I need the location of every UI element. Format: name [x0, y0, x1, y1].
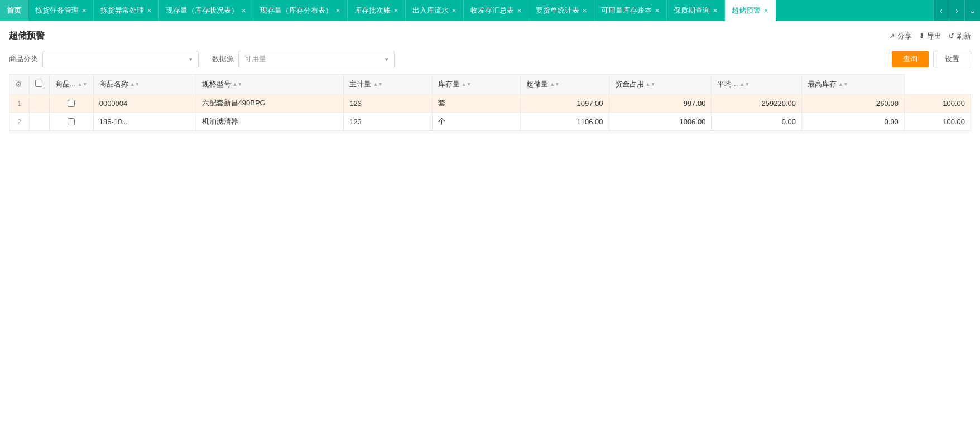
- col-header-stock: 库存量 ▲▼: [432, 75, 520, 94]
- export-icon: ⬇: [919, 32, 925, 40]
- sort-icon: ▲▼: [462, 82, 472, 87]
- row-unit: 套: [432, 94, 520, 113]
- share-icon: ↗: [889, 32, 895, 40]
- page-container: 超储预警 ↗ 分享 ⬇ 导出 ↺ 刷新 商品分类 ▾ 数据源: [0, 21, 980, 446]
- close-icon[interactable]: ✕: [517, 7, 522, 14]
- settings-button[interactable]: 设置: [933, 51, 971, 67]
- close-icon[interactable]: ✕: [241, 7, 246, 14]
- nav-tab-5[interactable]: 库存批次账 ✕: [348, 0, 406, 21]
- sort-icon: ▲▼: [233, 82, 243, 87]
- export-link[interactable]: ⬇ 导出: [919, 31, 941, 41]
- col-header-spec: 规格型号 ▲▼: [196, 75, 344, 94]
- category-select[interactable]: ▾: [42, 51, 199, 67]
- query-button[interactable]: 查询: [892, 51, 929, 67]
- nav-tab-7[interactable]: 收发存汇总表 ✕: [464, 0, 529, 21]
- col-header-avg: 平均... ▲▼: [712, 75, 802, 94]
- chevron-down-icon: ▾: [189, 56, 193, 63]
- nav-arrows: ‹ › ⌄: [933, 0, 980, 21]
- row-avg: 0.00: [802, 113, 905, 131]
- col-header-unit: 主计量 ▲▼: [344, 75, 432, 94]
- row-stock: 1097.00: [521, 94, 609, 113]
- nav-tab-active[interactable]: 超储预警 ✕: [725, 0, 776, 21]
- row-over-stock: 997.00: [609, 94, 712, 113]
- sort-icon: ▲▼: [739, 82, 750, 87]
- category-label: 商品分类: [9, 54, 38, 64]
- row-capital: 0.00: [712, 113, 802, 131]
- nav-tab-8[interactable]: 要货单统计表 ✕: [529, 0, 594, 21]
- header-actions: ↗ 分享 ⬇ 导出 ↺ 刷新: [889, 31, 971, 41]
- datasource-select[interactable]: 可用量 ▾: [238, 51, 395, 67]
- close-icon[interactable]: ✕: [655, 7, 660, 14]
- nav-tab-9[interactable]: 可用量库存账本 ✕: [594, 0, 667, 21]
- filter-actions: 查询 设置: [892, 51, 971, 67]
- nav-tab-3[interactable]: 现存量（库存状况表） ✕: [159, 0, 253, 21]
- sort-icon: ▲▼: [130, 82, 140, 87]
- row-product-name: 六配套新昌490BPG: [196, 94, 344, 113]
- datasource-label: 数据源: [212, 54, 234, 64]
- refresh-link[interactable]: ↺ 刷新: [948, 31, 971, 41]
- row-max-stock: 100.00: [904, 94, 971, 113]
- nav-prev-button[interactable]: ‹: [933, 0, 949, 21]
- close-icon[interactable]: ✕: [451, 7, 457, 14]
- table-row: 2 186-10... 机油滤清器 123 个 1106.00 1006.00 …: [9, 113, 971, 131]
- page-title: 超储预警: [9, 30, 45, 42]
- row-capital: 259220.00: [712, 94, 802, 113]
- table-header-row: ⚙ 商品... ▲▼ 商品名称 ▲▼: [9, 75, 971, 94]
- row-checkbox[interactable]: [68, 118, 75, 125]
- close-icon[interactable]: ✕: [81, 7, 87, 14]
- category-filter-group: 商品分类 ▾: [9, 51, 199, 67]
- nav-tab-1[interactable]: 拣货任务管理 ✕: [28, 0, 94, 21]
- share-link[interactable]: ↗ 分享: [889, 31, 912, 41]
- close-icon[interactable]: ✕: [763, 7, 768, 14]
- col-header-max-stock: 最高库存 ▲▼: [802, 75, 905, 94]
- col-header-over-stock: 超储量 ▲▼: [521, 75, 609, 94]
- sort-icon: ▲▼: [838, 82, 848, 87]
- refresh-icon: ↺: [948, 32, 954, 40]
- table-row: 1 0000004 六配套新昌490BPG 123 套 1097.00 997.…: [9, 94, 971, 113]
- sort-icon: ▲▼: [78, 82, 88, 87]
- nav-tab-10[interactable]: 保质期查询 ✕: [667, 0, 725, 21]
- row-spec: 123: [344, 113, 432, 131]
- nav-tab-4[interactable]: 现存量（库存分布表） ✕: [253, 0, 348, 21]
- row-product-name: 机油滤清器: [196, 113, 344, 131]
- col-header-checkbox: [30, 75, 50, 94]
- close-icon[interactable]: ✕: [582, 7, 587, 14]
- row-avg: 260.00: [802, 94, 905, 113]
- row-over-stock: 1006.00: [609, 113, 712, 131]
- col-header-product-name: 商品名称 ▲▼: [93, 75, 196, 94]
- filter-row: 商品分类 ▾ 数据源 可用量 ▾ 查询 设置: [9, 51, 971, 67]
- col-header-gear: ⚙: [9, 75, 30, 94]
- row-unit: 个: [432, 113, 520, 131]
- row-index-cell: [50, 113, 94, 131]
- close-icon[interactable]: ✕: [713, 7, 718, 14]
- chevron-down-icon: ▾: [385, 56, 388, 63]
- nav-next-button[interactable]: ›: [949, 0, 964, 21]
- nav-menu-button[interactable]: ⌄: [964, 0, 980, 21]
- select-all-checkbox[interactable]: [35, 80, 42, 87]
- row-gear-cell: [30, 113, 50, 131]
- row-product-code: 186-10...: [93, 113, 196, 131]
- page-header: 超储预警 ↗ 分享 ⬇ 导出 ↺ 刷新: [9, 30, 971, 42]
- sort-icon: ▲▼: [373, 82, 383, 87]
- nav-tab-2[interactable]: 拣货异常处理 ✕: [94, 0, 159, 21]
- row-stock: 1106.00: [521, 113, 609, 131]
- row-index: 1: [9, 94, 30, 113]
- row-product-code: 0000004: [93, 94, 196, 113]
- top-navigation: 首页 拣货任务管理 ✕ 拣货异常处理 ✕ 现存量（库存状况表） ✕ 现存量（库存…: [0, 0, 980, 21]
- row-max-stock: 100.00: [904, 113, 971, 131]
- sort-icon: ▲▼: [646, 82, 656, 87]
- close-icon[interactable]: ✕: [335, 7, 340, 14]
- gear-icon[interactable]: ⚙: [15, 80, 22, 89]
- nav-tab-6[interactable]: 出入库流水 ✕: [406, 0, 464, 21]
- close-icon[interactable]: ✕: [393, 7, 398, 14]
- close-icon[interactable]: ✕: [147, 7, 152, 14]
- col-header-product-code: 商品... ▲▼: [50, 75, 94, 94]
- datasource-value: 可用量: [244, 54, 266, 64]
- nav-home[interactable]: 首页: [0, 0, 28, 21]
- row-index-cell: [50, 94, 94, 113]
- sort-icon: ▲▼: [550, 82, 560, 87]
- row-checkbox[interactable]: [68, 100, 75, 107]
- data-table: ⚙ 商品... ▲▼ 商品名称 ▲▼: [9, 74, 971, 131]
- col-header-capital: 资金占用 ▲▼: [609, 75, 712, 94]
- row-index: 2: [9, 113, 30, 131]
